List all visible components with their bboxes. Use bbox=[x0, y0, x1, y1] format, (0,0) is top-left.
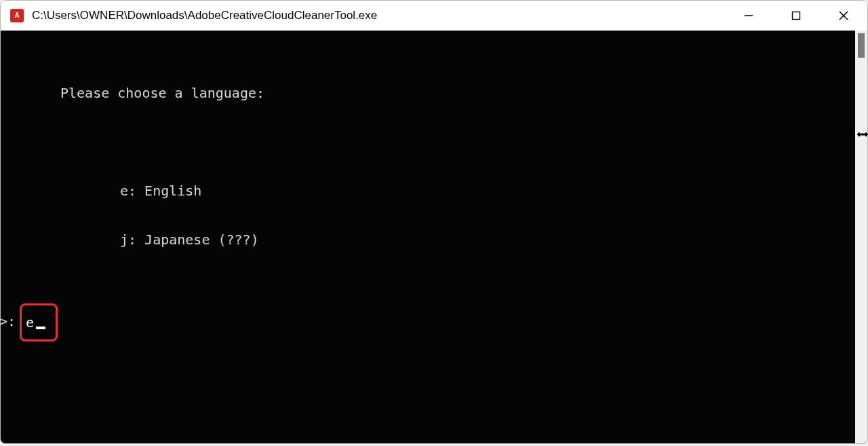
prompt-symbol: >: bbox=[0, 313, 16, 329]
adobe-app-icon: A bbox=[10, 9, 24, 22]
option-english: e: English bbox=[1, 183, 855, 199]
window-title: C:\Users\OWNER\Downloads\AdobeCreativeCl… bbox=[32, 9, 725, 22]
close-icon bbox=[838, 10, 849, 21]
vertical-scrollbar[interactable] bbox=[855, 31, 867, 443]
maximize-icon bbox=[791, 11, 801, 20]
svg-rect-1 bbox=[793, 12, 800, 20]
terminal-output[interactable]: Please choose a language: e: English j: … bbox=[1, 31, 855, 443]
blank-line bbox=[1, 134, 855, 150]
console-window: A C:\Users\OWNER\Downloads\AdobeCreative… bbox=[0, 0, 868, 444]
maximize-button[interactable] bbox=[772, 1, 820, 31]
text-cursor bbox=[36, 327, 45, 329]
titlebar[interactable]: A C:\Users\OWNER\Downloads\AdobeCreative… bbox=[1, 1, 867, 31]
option-japanese: j: Japanese (???) bbox=[1, 231, 855, 248]
user-input[interactable]: e bbox=[26, 314, 34, 331]
terminal-area: Please choose a language: e: English j: … bbox=[1, 31, 867, 443]
prompt-line: >: e bbox=[1, 313, 855, 335]
scrollbar-thumb[interactable] bbox=[858, 33, 865, 58]
prompt-header: Please choose a language: bbox=[1, 85, 855, 101]
window-controls bbox=[725, 1, 867, 31]
close-button[interactable] bbox=[820, 1, 867, 31]
input-highlight-annotation: e bbox=[20, 303, 58, 341]
minimize-button[interactable] bbox=[725, 1, 772, 31]
minimize-icon bbox=[744, 11, 753, 20]
